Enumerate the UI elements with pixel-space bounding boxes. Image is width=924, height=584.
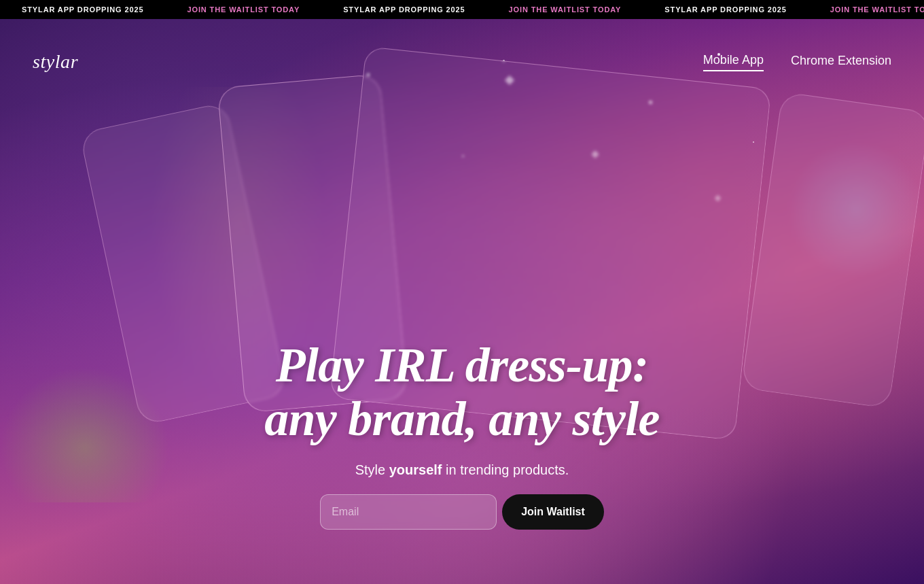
hero-subtitle-suffix: in trending products. xyxy=(442,462,569,477)
navbar: stylar Mobile App Chrome Extension xyxy=(0,38,924,86)
join-waitlist-button[interactable]: Join Waitlist xyxy=(502,494,604,530)
ticker-item: STYLAR APP DROPPING 2025 xyxy=(0,5,165,14)
ticker-item-accent: JOIN THE WAITLIST TODAY xyxy=(487,5,643,14)
nav-links: Mobile App Chrome Extension xyxy=(703,53,891,71)
ticker-item-accent: JOIN THE WAITLIST TODAY xyxy=(808,5,924,14)
hero-section: stylar Mobile App Chrome Extension Play … xyxy=(0,19,924,584)
hero-title-line1: Play IRL dress-up: xyxy=(264,339,660,392)
email-input[interactable] xyxy=(320,494,497,530)
ticker-item: STYLAR APP DROPPING 2025 xyxy=(643,5,808,14)
logo: stylar xyxy=(33,51,78,73)
nav-link-chrome-extension[interactable]: Chrome Extension xyxy=(791,54,891,71)
ticker-track: STYLAR APP DROPPING 2025 JOIN THE WAITLI… xyxy=(0,5,924,14)
hero-content: Play IRL dress-up: any brand, any style … xyxy=(0,339,924,530)
hero-headline: Play IRL dress-up: any brand, any style xyxy=(264,339,660,446)
ticker-item: STYLAR APP DROPPING 2025 xyxy=(321,5,486,14)
hero-subtitle-bold: yourself xyxy=(389,462,442,477)
nav-link-mobile-app[interactable]: Mobile App xyxy=(703,53,764,71)
hero-subtitle: Style yourself in trending products. xyxy=(355,462,569,478)
hero-subtitle-prefix: Style xyxy=(355,462,389,477)
ticker-item-accent: JOIN THE WAITLIST TODAY xyxy=(165,5,321,14)
hero-form: Join Waitlist xyxy=(320,494,604,530)
ticker-bar: STYLAR APP DROPPING 2025 JOIN THE WAITLI… xyxy=(0,0,924,19)
hero-title-line2: any brand, any style xyxy=(264,392,660,446)
